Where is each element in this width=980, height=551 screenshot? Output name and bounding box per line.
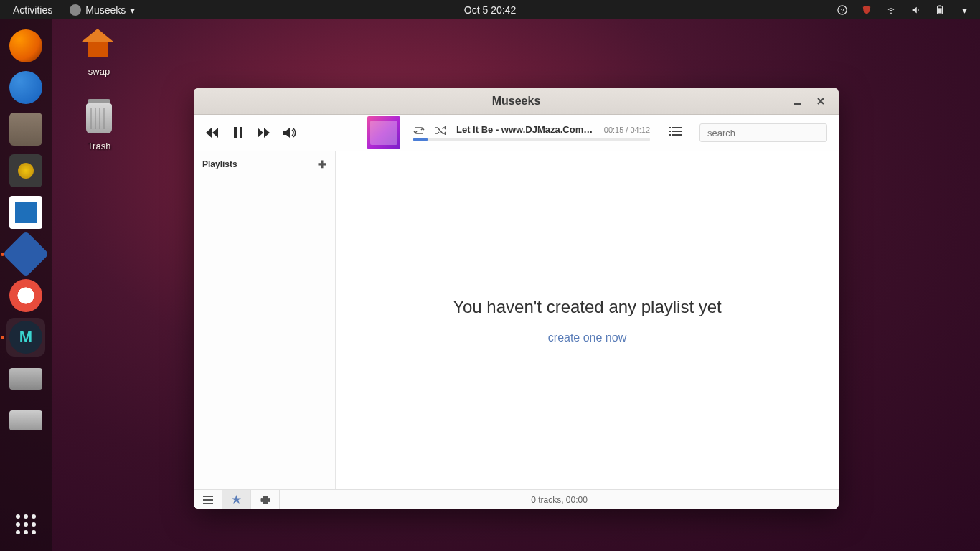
player-header: Let It Be - www.DJMaza.Com … 00:15 / 04:… bbox=[194, 115, 839, 151]
svg-rect-12 bbox=[669, 134, 671, 136]
search-input[interactable] bbox=[699, 123, 827, 142]
svg-rect-9 bbox=[672, 127, 682, 128]
gnome-topbar: Activities Museeks ▾ Oct 5 20:42 ? ▾ bbox=[0, 0, 980, 19]
empty-message: You haven't created any playlist yet bbox=[453, 297, 722, 317]
svg-rect-11 bbox=[672, 131, 682, 132]
dock-drive1[interactable] bbox=[6, 359, 45, 398]
dock-files[interactable] bbox=[6, 110, 45, 149]
settings-tab[interactable] bbox=[251, 490, 280, 509]
desktop-icon-label: Trash bbox=[70, 141, 128, 151]
power-chevron-icon[interactable]: ▾ bbox=[958, 4, 970, 16]
minimize-button[interactable] bbox=[791, 95, 804, 108]
add-playlist-button[interactable]: ✚ bbox=[318, 159, 326, 170]
svg-rect-13 bbox=[672, 134, 682, 136]
album-art[interactable] bbox=[367, 116, 400, 149]
svg-rect-5 bbox=[794, 103, 801, 105]
desktop-icon-label: swap bbox=[70, 66, 128, 77]
sidebar-heading: Playlists bbox=[202, 159, 237, 169]
svg-text:?: ? bbox=[841, 6, 844, 14]
titlebar[interactable]: Museeks bbox=[194, 88, 839, 115]
svg-rect-8 bbox=[669, 127, 671, 128]
footer: 0 tracks, 00:00 bbox=[194, 489, 839, 509]
desktop-icon-swap[interactable]: swap bbox=[70, 29, 128, 77]
next-button[interactable] bbox=[257, 126, 271, 140]
playlists-tab[interactable] bbox=[222, 490, 251, 509]
create-playlist-link[interactable]: create one now bbox=[548, 331, 626, 344]
dock-thunderbird[interactable] bbox=[6, 68, 45, 107]
dock-help[interactable] bbox=[6, 276, 45, 315]
svg-rect-16 bbox=[203, 503, 213, 504]
dock-rhythmbox[interactable] bbox=[6, 151, 45, 190]
svg-rect-14 bbox=[203, 496, 213, 497]
dock-drive2[interactable] bbox=[6, 401, 45, 440]
wifi-icon[interactable] bbox=[885, 4, 897, 16]
queue-button[interactable] bbox=[669, 126, 684, 139]
shuffle-button[interactable] bbox=[435, 125, 448, 135]
svg-rect-3 bbox=[938, 5, 941, 6]
footer-status: 0 tracks, 00:00 bbox=[280, 495, 839, 505]
app-menu[interactable]: Museeks ▾ bbox=[70, 4, 135, 16]
dock: M bbox=[0, 19, 52, 551]
repeat-button[interactable] bbox=[413, 125, 426, 135]
clock[interactable]: Oct 5 20:42 bbox=[464, 4, 516, 16]
svg-rect-7 bbox=[240, 127, 242, 138]
main-area: You haven't created any playlist yet cre… bbox=[336, 151, 839, 489]
close-button[interactable] bbox=[814, 95, 827, 108]
dock-settings[interactable] bbox=[6, 235, 45, 273]
svg-rect-15 bbox=[203, 499, 213, 501]
dock-show-apps[interactable] bbox=[6, 505, 45, 544]
window-title: Museeks bbox=[492, 95, 541, 108]
museeks-menu-icon bbox=[70, 4, 81, 16]
progress-fill bbox=[413, 138, 428, 141]
svg-rect-6 bbox=[234, 127, 237, 138]
volume-button[interactable] bbox=[283, 126, 297, 140]
shield-icon[interactable] bbox=[861, 4, 872, 16]
dock-museeks[interactable]: M bbox=[6, 318, 45, 357]
track-title: Let It Be - www.DJMaza.Com … bbox=[456, 124, 595, 135]
activities-button[interactable]: Activities bbox=[9, 1, 57, 19]
help-icon[interactable]: ? bbox=[837, 4, 848, 16]
app-menu-label: Museeks bbox=[85, 4, 126, 16]
svg-rect-4 bbox=[938, 8, 941, 13]
dock-writer[interactable] bbox=[6, 193, 45, 232]
library-tab[interactable] bbox=[194, 490, 222, 509]
chevron-down-icon: ▾ bbox=[130, 4, 135, 16]
museeks-window: Museeks Let It Be - www.DJMaza.Com … 00:… bbox=[194, 88, 839, 509]
sidebar: Playlists ✚ bbox=[194, 151, 336, 489]
pause-button[interactable] bbox=[231, 126, 245, 140]
previous-button[interactable] bbox=[205, 126, 220, 140]
dock-firefox[interactable] bbox=[6, 27, 45, 65]
svg-rect-10 bbox=[669, 131, 671, 132]
progress-bar[interactable] bbox=[413, 138, 650, 141]
battery-icon[interactable] bbox=[934, 4, 946, 16]
track-time: 00:15 / 04:12 bbox=[604, 126, 650, 134]
desktop-icon-trash[interactable]: Trash bbox=[70, 103, 128, 151]
volume-icon[interactable] bbox=[910, 4, 921, 16]
